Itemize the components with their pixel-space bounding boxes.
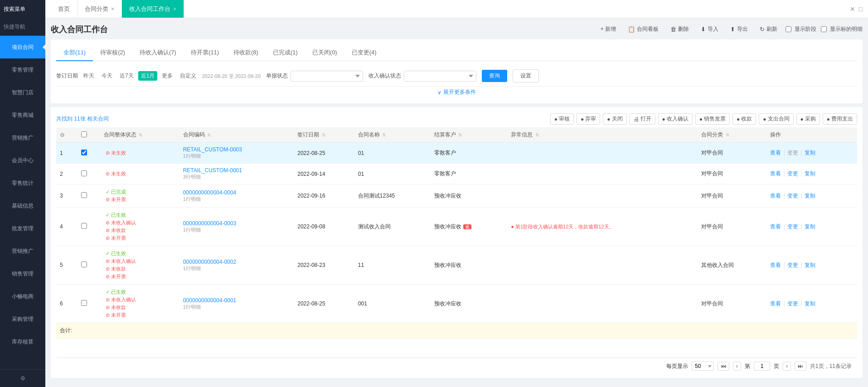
table-row[interactable]: 5✓ 已生效⊘ 未收入确认⊘ 未收款⊘ 未开票0000000000004-000… [56,246,857,285]
op-复制[interactable]: 复制 [805,170,815,177]
contract-code-link[interactable]: 0000000000004-0002 [183,259,291,265]
op-查看[interactable]: 查看 [770,170,781,177]
action-btn-expense-out[interactable]: ●费用支出 [823,113,857,125]
date-filter-yesterday[interactable]: 昨天 [81,71,97,81]
filter-tab-changed[interactable]: 已变更(4) [344,45,384,61]
action-btn-abandon[interactable]: ●弃审 [577,113,600,125]
tab-close-income-workbench[interactable]: × [173,6,176,12]
sidebar-item-project[interactable]: 项目合同 [0,36,45,58]
table-row[interactable]: 6✓ 已生效⊘ 未收入确认⊘ 未收款⊘ 未开票0000000000004-000… [56,285,857,323]
expand-conditions-btn[interactable]: ∨ 展开更多条件 [437,88,476,96]
first-page-btn[interactable]: ⏮ [718,362,729,371]
sidebar-item-basic[interactable]: 基础信息 [0,194,45,217]
delete-button[interactable]: 🗑 删除 [667,24,693,35]
contract-code-link[interactable]: 0000000000004-0004 [183,189,291,196]
date-filter-last1month[interactable]: 近1月 [138,71,158,81]
sidebar-item-purchase[interactable]: 采购管理 [0,308,45,330]
action-btn-purchase[interactable]: ●采购 [796,113,820,125]
op-查看[interactable]: 查看 [770,300,781,307]
show-stage-checkbox[interactable] [786,26,791,32]
export-button[interactable]: ⬆ 导出 [727,24,752,35]
filter-tab-all[interactable]: 全部(11) [56,45,93,61]
filter-tab-closed[interactable]: 已关闭(0) [305,45,344,61]
action-btn-payment[interactable]: ●收款 [732,113,756,125]
row-checkbox[interactable] [81,192,87,198]
income-confirm-select[interactable] [404,71,476,82]
last-page-btn[interactable]: ⏭ [795,362,806,371]
import-button[interactable]: ⬇ 导入 [697,24,722,35]
tab-contract-category[interactable]: 合同分类 × [78,0,122,18]
action-btn-sales-invoice[interactable]: ●销售发票 [695,113,730,125]
sidebar-item-retail[interactable]: 零售管理 [0,58,45,81]
sidebar-item-wholesale[interactable]: 批发管理 [0,217,45,240]
action-btn-income-confirm[interactable]: ●收入确认 [658,113,693,125]
op-变更[interactable]: 变更 [787,150,798,156]
contract-code-link[interactable]: RETAIL_CUSTOM-0001 [183,167,291,174]
sidebar-quicknav[interactable]: 快捷导航 [0,19,45,36]
filter-tab-pending-invoice[interactable]: 待开票(11) [184,45,226,61]
op-复制[interactable]: 复制 [805,262,815,268]
show-flag-checkbox[interactable] [821,26,827,32]
tab-income-workbench[interactable]: 收入合同工作台 × [122,0,184,18]
tab-close-contract-category[interactable]: × [111,6,114,12]
sidebar-item-retail-mall[interactable]: 零售商城 [0,104,45,126]
th-checkbox[interactable] [78,127,100,143]
op-复制[interactable]: 复制 [805,193,815,199]
op-变更[interactable]: 变更 [787,300,798,307]
table-row[interactable]: 3✓ 已完成⊘ 未开票0000000000004-00041行明细2022-09… [56,184,857,208]
tab-home[interactable]: 首页 [51,0,78,18]
filter-tab-pending-income-confirm[interactable]: 待收入确认(7) [132,45,184,61]
contract-code-link[interactable]: RETAIL_CUSTOM-0003 [183,146,291,153]
setting-button[interactable]: 设置 [513,69,539,82]
filter-tab-pending-payment[interactable]: 待收款(8) [226,45,266,61]
op-查看[interactable]: 查看 [770,150,781,156]
date-filter-today[interactable]: 今天 [99,71,115,81]
window-close-btn[interactable]: ✕ [850,5,855,13]
prev-page-btn[interactable]: ‹ [733,362,741,371]
row-checkbox[interactable] [81,261,87,267]
row-checkbox[interactable] [81,223,87,229]
per-page-select[interactable]: 50 10 20 100 [692,362,714,371]
op-复制[interactable]: 复制 [805,223,815,230]
action-btn-close[interactable]: ●关闭 [603,113,626,125]
op-变更[interactable]: 变更 [787,262,798,268]
select-all-checkbox[interactable] [81,131,87,137]
sidebar-search[interactable]: 搜索菜单 [0,0,45,19]
filter-tab-pending-review[interactable]: 待审核(2) [93,45,132,61]
date-filter-more[interactable]: 更多 [159,71,175,81]
next-page-btn[interactable]: › [783,362,791,371]
row-checkbox[interactable] [81,150,87,155]
search-button[interactable]: 查询 [482,70,507,82]
doc-status-select[interactable] [291,71,363,82]
contract-code-link[interactable]: 0000000000004-0001 [183,297,291,304]
filter-tab-completed[interactable]: 已完成(1) [266,45,305,61]
table-row[interactable]: 1⊘ 未生效RETAIL_CUSTOM-00031行明细2022-08-2501… [56,143,857,164]
op-查看[interactable]: 查看 [770,223,781,230]
sidebar-item-inventory[interactable]: 库存核算 [0,330,45,353]
action-btn-print[interactable]: 🖨打开 [630,113,655,125]
new-button[interactable]: + 新增 [597,24,620,35]
row-checkbox[interactable] [81,170,87,176]
row-checkbox[interactable] [81,300,87,306]
sidebar-settings[interactable]: ⚙ [0,369,45,387]
table-row[interactable]: 4✓ 已生效⊘ 未收入确认⊘ 未收款⊘ 未开票0000000000004-000… [56,208,857,246]
op-查看[interactable]: 查看 [770,193,781,199]
sidebar-item-marketing[interactable]: 营销推广 [0,126,45,149]
window-minimize-btn[interactable]: □ [859,5,863,13]
sidebar-item-member[interactable]: 会员中心 [0,149,45,172]
sidebar-item-smart-store[interactable]: 智慧门店 [0,81,45,104]
date-filter-last7days[interactable]: 近7天 [117,71,136,81]
page-input[interactable] [754,362,770,371]
sidebar-item-sales-mgmt[interactable]: 销售管理 [0,262,45,285]
refresh-button[interactable]: ↻ 刷新 [756,24,781,35]
date-filter-custom[interactable]: 自定义 [177,71,199,81]
op-复制[interactable]: 复制 [805,150,815,156]
op-变更[interactable]: 变更 [787,223,798,230]
sidebar-item-retail-stats[interactable]: 零售统计 [0,172,45,194]
contract-board-button[interactable]: 📋 合同看板 [624,24,662,35]
th-settings[interactable]: ⚙ [56,127,78,143]
op-查看[interactable]: 查看 [770,262,781,268]
table-row[interactable]: 2⊘ 未生效RETAIL_CUSTOM-00013行明细2022-09-1401… [56,164,857,184]
action-btn-expense-contract[interactable]: ●支出合同 [759,113,793,125]
sidebar-item-ecommerce[interactable]: 小畅电商 [0,285,45,308]
